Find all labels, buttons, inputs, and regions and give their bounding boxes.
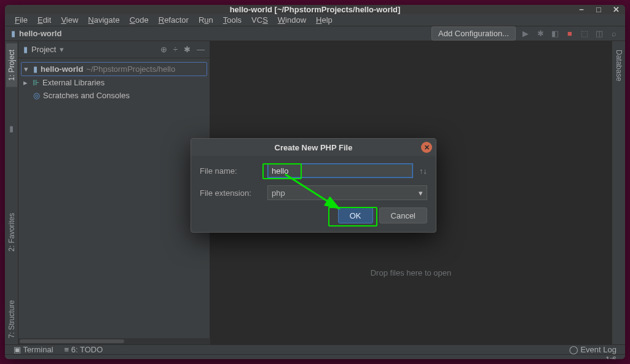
- create-php-file-dialog: Create New PHP File ✕ File name: ↑↓ File…: [191, 138, 436, 233]
- menu-help[interactable]: Help: [312, 14, 336, 26]
- menu-tools[interactable]: Tools: [219, 14, 245, 26]
- close-icon[interactable]: ✕: [612, 6, 620, 14]
- breadcrumb-root: hello-world: [19, 29, 61, 38]
- tree-external-libraries[interactable]: ▸⊪ External Libraries: [21, 76, 207, 89]
- menu-file[interactable]: File: [11, 14, 31, 26]
- bookmark-icon[interactable]: ▮: [9, 124, 14, 133]
- drop-hint: Drop files here to open: [371, 268, 452, 277]
- menu-window[interactable]: Window: [274, 14, 310, 26]
- tab-todo[interactable]: ≡ 6: TODO: [65, 345, 103, 354]
- search-icon[interactable]: ⌕: [609, 29, 619, 39]
- tab-favorites[interactable]: 2: Favorites: [6, 207, 17, 258]
- tree-scratches-label: Scratches and Consoles: [43, 91, 130, 100]
- tab-database[interactable]: Database: [613, 44, 624, 87]
- window-title: hello-world [~/PhpstormProjects/hello-wo…: [230, 5, 401, 14]
- minimize-icon[interactable]: −: [577, 6, 586, 14]
- tab-structure[interactable]: 7: Structure: [6, 294, 17, 344]
- extension-value: php: [272, 188, 285, 198]
- gear-icon[interactable]: ✱: [184, 45, 191, 54]
- menu-edit[interactable]: Edit: [34, 14, 55, 26]
- breadcrumb[interactable]: ▮ hello-world: [11, 29, 61, 38]
- titlebar: hello-world [~/PhpstormProjects/hello-wo…: [5, 5, 625, 14]
- extension-select[interactable]: php ▾: [267, 185, 427, 200]
- project-scrollbar[interactable]: [18, 338, 210, 344]
- project-panel: ▮ Project ▾ ⊕ ÷ ✱ — ▾▮ hello-world ~/Php…: [18, 41, 210, 344]
- cancel-button[interactable]: Cancel: [379, 207, 427, 223]
- scroll-from-source-icon[interactable]: ⊕: [160, 45, 167, 54]
- vcs-icon[interactable]: ⬚: [580, 29, 589, 39]
- dialog-close-icon[interactable]: ✕: [421, 142, 432, 153]
- extension-label: File extension:: [200, 188, 261, 198]
- right-gutter: Database: [612, 41, 625, 344]
- menu-run[interactable]: Run: [195, 14, 217, 26]
- coverage-icon[interactable]: ◧: [550, 29, 560, 39]
- chevron-down-icon[interactable]: ▾: [60, 45, 64, 54]
- run-icon[interactable]: ▶: [521, 29, 530, 39]
- menu-navigate[interactable]: Navigate: [84, 14, 123, 26]
- collapse-icon[interactable]: ÷: [173, 45, 178, 54]
- project-tree: ▾▮ hello-world ~/PhpstormProjects/hello …: [18, 58, 210, 106]
- caret-position: 1:6: [605, 355, 616, 359]
- panel-title: Project: [31, 45, 56, 54]
- tab-project[interactable]: 1: Project: [6, 44, 17, 87]
- menu-vcs[interactable]: VCS: [248, 14, 272, 26]
- tab-terminal[interactable]: ▣ Terminal: [14, 345, 53, 354]
- hide-icon[interactable]: —: [197, 45, 205, 54]
- menu-code[interactable]: Code: [126, 14, 152, 26]
- stop-icon[interactable]: ■: [565, 29, 575, 39]
- maximize-icon[interactable]: □: [594, 6, 603, 14]
- sidebar-toggle-icon[interactable]: ◫: [594, 29, 604, 39]
- tree-ext-libs-label: External Libraries: [42, 78, 104, 87]
- bottom-tool-tabs: ▣ Terminal ≡ 6: TODO ◯ Event Log: [5, 344, 625, 355]
- ok-button[interactable]: OK: [338, 207, 373, 223]
- menubar: File Edit View Navigate Code Refactor Ru…: [5, 14, 625, 26]
- tree-root[interactable]: ▾▮ hello-world ~/PhpstormProjects/hello: [21, 62, 207, 76]
- debug-icon[interactable]: ✱: [535, 29, 545, 39]
- tab-event-log[interactable]: ◯ Event Log: [569, 345, 616, 354]
- chevron-down-icon: ▾: [419, 188, 423, 198]
- tree-scratches[interactable]: ◎ Scratches and Consoles: [21, 89, 207, 102]
- navbar: ▮ hello-world Add Configuration... ▶ ✱ ◧…: [5, 26, 625, 41]
- history-arrows-icon[interactable]: ↑↓: [419, 166, 427, 176]
- filename-input[interactable]: [267, 163, 413, 178]
- statusbar: 1:6: [5, 355, 625, 359]
- tree-root-path: ~/PhpstormProjects/hello: [86, 64, 175, 74]
- panel-folder-icon: ▮: [23, 45, 28, 54]
- tree-root-name: hello-world: [41, 64, 83, 74]
- left-gutter: 1: Project ▮ 2: Favorites 7: Structure: [5, 41, 18, 344]
- filename-label: File name:: [200, 166, 261, 176]
- menu-view[interactable]: View: [57, 14, 82, 26]
- folder-icon: ▮: [11, 29, 15, 38]
- add-configuration-button[interactable]: Add Configuration...: [431, 26, 516, 41]
- dialog-title: Create New PHP File: [275, 143, 353, 152]
- menu-refactor[interactable]: Refactor: [155, 14, 192, 26]
